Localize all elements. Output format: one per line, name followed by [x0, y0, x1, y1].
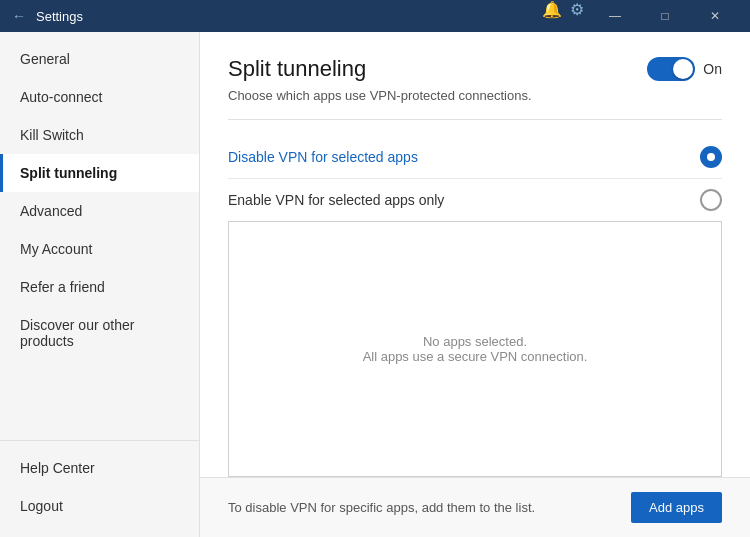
title-bar-left: ← Settings: [12, 8, 83, 24]
sidebar-label-kill-switch: Kill Switch: [20, 127, 84, 143]
sidebar-item-discover-products[interactable]: Discover our other products: [0, 306, 199, 360]
title-bar-controls: 🔔 ⚙ — □ ✕: [542, 0, 738, 32]
bell-icon[interactable]: 🔔: [542, 0, 562, 32]
close-button[interactable]: ✕: [692, 0, 738, 32]
sidebar-label-split-tunneling: Split tunneling: [20, 165, 117, 181]
title-bar-title: Settings: [36, 9, 83, 24]
page-title: Split tunneling: [228, 56, 366, 82]
apps-container: No apps selected. All apps use a secure …: [228, 221, 722, 477]
radio-enable-vpn-only-circle: [700, 189, 722, 211]
content-footer: To disable VPN for specific apps, add th…: [200, 477, 750, 537]
sidebar-label-discover-products: Discover our other products: [20, 317, 179, 349]
minimize-button[interactable]: —: [592, 0, 638, 32]
maximize-button[interactable]: □: [642, 0, 688, 32]
sidebar-label-advanced: Advanced: [20, 203, 82, 219]
sidebar-label-general: General: [20, 51, 70, 67]
sidebar-label-auto-connect: Auto-connect: [20, 89, 103, 105]
sidebar-label-logout: Logout: [20, 498, 63, 514]
sidebar-label-help-center: Help Center: [20, 460, 95, 476]
page-subtitle: Choose which apps use VPN-protected conn…: [228, 88, 722, 103]
sidebar-item-general[interactable]: General: [0, 40, 199, 78]
apps-list: No apps selected. All apps use a secure …: [229, 222, 721, 476]
sidebar: General Auto-connect Kill Switch Split t…: [0, 32, 200, 537]
sidebar-item-logout[interactable]: Logout: [0, 487, 199, 525]
title-bar: ← Settings 🔔 ⚙ — □ ✕: [0, 0, 750, 32]
back-button[interactable]: ←: [12, 8, 26, 24]
sidebar-item-advanced[interactable]: Advanced: [0, 192, 199, 230]
radio-enable-vpn-only[interactable]: Enable VPN for selected apps only: [228, 179, 722, 221]
apps-empty-line2: All apps use a secure VPN connection.: [363, 349, 588, 364]
content-inner: Split tunneling On Choose which apps use…: [200, 32, 750, 477]
add-apps-button[interactable]: Add apps: [631, 492, 722, 523]
page-header: Split tunneling On: [228, 56, 722, 82]
sidebar-nav: General Auto-connect Kill Switch Split t…: [0, 40, 199, 440]
sidebar-item-split-tunneling[interactable]: Split tunneling: [0, 154, 199, 192]
radio-disable-vpn-label: Disable VPN for selected apps: [228, 149, 418, 165]
gear-icon[interactable]: ⚙: [570, 0, 584, 32]
radio-enable-vpn-only-label: Enable VPN for selected apps only: [228, 192, 444, 208]
main-area: General Auto-connect Kill Switch Split t…: [0, 32, 750, 537]
apps-empty-line1: No apps selected.: [423, 334, 527, 349]
sidebar-label-refer-a-friend: Refer a friend: [20, 279, 105, 295]
sidebar-item-refer-a-friend[interactable]: Refer a friend: [0, 268, 199, 306]
footer-hint: To disable VPN for specific apps, add th…: [228, 500, 631, 515]
sidebar-item-my-account[interactable]: My Account: [0, 230, 199, 268]
radio-disable-vpn[interactable]: Disable VPN for selected apps: [228, 136, 722, 178]
radio-disable-vpn-circle: [700, 146, 722, 168]
sidebar-label-my-account: My Account: [20, 241, 92, 257]
toggle-track: [647, 57, 695, 81]
sidebar-item-kill-switch[interactable]: Kill Switch: [0, 116, 199, 154]
sidebar-bottom: Help Center Logout: [0, 440, 199, 537]
split-tunneling-toggle[interactable]: [647, 57, 695, 81]
sidebar-item-auto-connect[interactable]: Auto-connect: [0, 78, 199, 116]
section-divider: [228, 119, 722, 120]
toggle-thumb: [673, 59, 693, 79]
toggle-label: On: [703, 61, 722, 77]
sidebar-item-help-center[interactable]: Help Center: [0, 449, 199, 487]
toggle-container: On: [647, 57, 722, 81]
content-area: Split tunneling On Choose which apps use…: [200, 32, 750, 537]
